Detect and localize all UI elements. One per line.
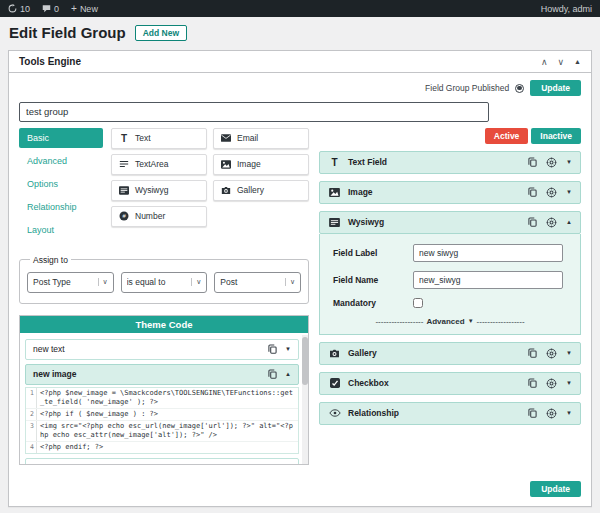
- mandatory-label: Mandatory: [333, 298, 413, 308]
- gear-icon[interactable]: [546, 378, 557, 389]
- caret-down-icon[interactable]: ▼: [285, 346, 291, 352]
- post-type-select[interactable]: Post Type ∨: [27, 272, 114, 293]
- type-button-textarea[interactable]: TextArea: [111, 154, 207, 175]
- text-icon: T: [119, 133, 129, 144]
- gear-icon[interactable]: [546, 408, 557, 419]
- copy-icon[interactable]: [528, 378, 537, 388]
- image-icon: [328, 188, 341, 197]
- fields-column: Active Inactive T Text Field ▼: [319, 128, 581, 465]
- active-button[interactable]: Active: [485, 128, 529, 144]
- copy-icon[interactable]: [528, 348, 537, 358]
- theme-code-item-new-text[interactable]: new text ▼: [25, 339, 299, 360]
- type-button-email[interactable]: Email: [213, 128, 309, 149]
- new-content-label: New: [80, 4, 98, 14]
- field-label-input[interactable]: [413, 244, 563, 262]
- gear-icon[interactable]: [546, 348, 557, 359]
- update-button-top[interactable]: Update: [530, 80, 581, 96]
- theme-code-item-new-image[interactable]: new image ▲: [25, 364, 299, 385]
- assign-to-legend: Assign to: [30, 255, 71, 265]
- copy-icon[interactable]: [528, 187, 537, 197]
- theme-code-scrollbar[interactable]: [302, 335, 308, 464]
- update-button-bottom[interactable]: Update: [530, 481, 581, 497]
- eye-icon: [328, 409, 341, 417]
- caret-up-icon[interactable]: ▲: [566, 219, 572, 225]
- copy-icon[interactable]: [528, 157, 537, 167]
- wordpress-admin-screen: 10 0 + New Howdy, admi Edit Field Group …: [0, 0, 600, 507]
- tab-basic[interactable]: Basic: [19, 128, 103, 148]
- field-group-name-input[interactable]: [19, 102, 489, 122]
- type-button-gallery[interactable]: Gallery: [213, 180, 309, 201]
- caret-down-icon[interactable]: ▼: [566, 189, 572, 195]
- field-name-input[interactable]: [413, 271, 563, 289]
- field-name-label: Field Name: [333, 275, 413, 285]
- scrollbar-thumb[interactable]: [302, 337, 308, 385]
- gear-icon[interactable]: [546, 157, 557, 168]
- field-row-gallery[interactable]: Gallery ▼: [319, 342, 581, 365]
- tab-relationship[interactable]: Relationship: [19, 197, 103, 217]
- status-row: Active Inactive: [319, 128, 581, 144]
- wysiwyg-icon: [119, 186, 129, 195]
- tab-layout[interactable]: Layout: [19, 220, 103, 240]
- new-content-menu[interactable]: + New: [71, 4, 98, 14]
- image-icon: [221, 160, 231, 169]
- tab-advanced[interactable]: Advanced: [19, 151, 103, 171]
- field-type-grid: T Text Email TextArea: [111, 128, 309, 243]
- chevron-down-icon: ∨: [285, 278, 295, 286]
- add-new-button[interactable]: Add New: [135, 25, 187, 41]
- published-row: Field Group Published Update: [19, 80, 581, 96]
- field-category-tabs: Basic Advanced Options Relationship Layo…: [19, 128, 103, 243]
- copy-icon[interactable]: [528, 217, 537, 227]
- updates-icon: [8, 4, 17, 13]
- inactive-button[interactable]: Inactive: [531, 128, 581, 144]
- type-button-text[interactable]: T Text: [111, 128, 207, 149]
- builder-column: Basic Advanced Options Relationship Layo…: [19, 128, 309, 465]
- type-button-number[interactable]: # Number: [111, 206, 207, 227]
- copy-icon[interactable]: [528, 408, 537, 418]
- copy-icon[interactable]: [268, 344, 277, 354]
- caret-down-icon[interactable]: ▼: [566, 410, 572, 416]
- published-status-icon[interactable]: [515, 84, 524, 93]
- panel-body: Field Group Published Update Basic Advan…: [9, 73, 591, 506]
- gear-icon[interactable]: [546, 217, 557, 228]
- field-row-wysiwyg[interactable]: Wysiwyg ▲: [319, 211, 581, 234]
- caret-down-icon[interactable]: ▼: [566, 380, 572, 386]
- theme-code-item-new-siwyg[interactable]: new siwyg ▼: [25, 458, 299, 463]
- field-row-relationship[interactable]: Relationship ▼: [319, 402, 581, 425]
- copy-icon[interactable]: [268, 369, 277, 379]
- chevron-up-icon[interactable]: ∧: [541, 57, 548, 67]
- comments-count: 0: [54, 4, 59, 14]
- panel-footer: Update: [19, 481, 581, 497]
- theme-code-snippet: 1 <?php $new_image = \Smackcoders\TOOLSE…: [25, 387, 299, 455]
- gear-icon[interactable]: [546, 187, 557, 198]
- updates-menu[interactable]: 10: [8, 4, 30, 14]
- wysiwyg-icon: [328, 218, 341, 227]
- operator-select[interactable]: is equal to ∨: [121, 272, 208, 293]
- toggle-panel-icon[interactable]: ▲: [574, 58, 581, 65]
- theme-code-list: new text ▼ new image ▲: [20, 335, 301, 464]
- chevron-down-icon[interactable]: ∨: [557, 57, 564, 67]
- field-row-checkbox[interactable]: Checkbox ▼: [319, 372, 581, 395]
- comments-menu[interactable]: 0: [42, 4, 59, 14]
- mandatory-checkbox[interactable]: [413, 298, 423, 308]
- number-icon: #: [119, 211, 129, 221]
- post-value-select[interactable]: Post ∨: [214, 272, 301, 293]
- howdy-account-menu[interactable]: Howdy, admi: [541, 4, 592, 14]
- caret-down-icon[interactable]: ▼: [566, 159, 572, 165]
- field-row-text-field[interactable]: T Text Field ▼: [319, 151, 581, 174]
- caret-down-icon[interactable]: ▼: [566, 350, 572, 356]
- comment-bubble-icon: [42, 4, 51, 13]
- camera-icon: [328, 349, 341, 358]
- advanced-toggle[interactable]: ------------------ Advanced ▼ ----------…: [333, 317, 567, 326]
- group-name-row: [19, 101, 581, 122]
- theme-code-title[interactable]: Theme Code: [20, 316, 308, 333]
- updates-count: 10: [20, 4, 30, 14]
- field-row-image[interactable]: Image ▼: [319, 181, 581, 204]
- page-title: Edit Field Group: [9, 24, 126, 41]
- type-button-image[interactable]: Image: [213, 154, 309, 175]
- envelope-icon: [221, 134, 231, 142]
- type-button-wysiwyg[interactable]: Wysiwyg: [111, 180, 207, 201]
- wysiwyg-settings-panel: Field Label Field Name Mandatory --: [319, 234, 581, 335]
- caret-up-icon[interactable]: ▲: [285, 371, 291, 377]
- chevron-down-icon: ∨: [191, 278, 201, 286]
- tab-options[interactable]: Options: [19, 174, 103, 194]
